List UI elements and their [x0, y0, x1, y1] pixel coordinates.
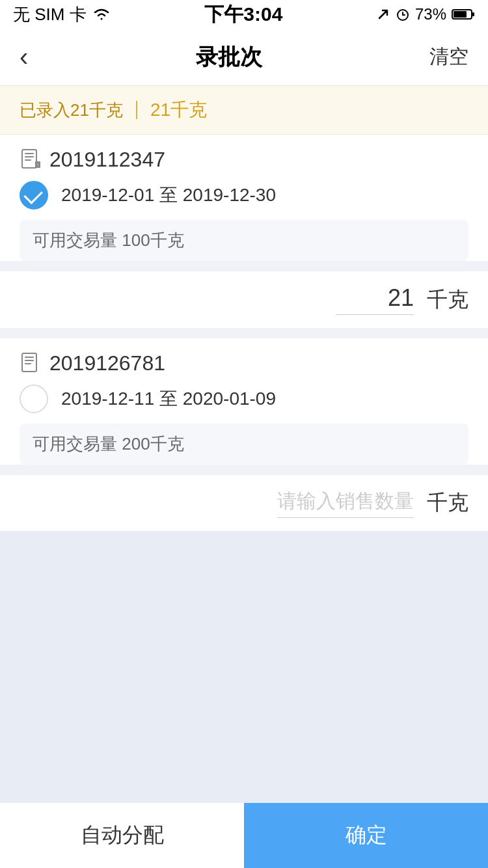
- alarm-icon: [396, 7, 410, 21]
- batch2-unit: 千克: [427, 489, 468, 517]
- status-right: 73%: [376, 5, 475, 23]
- batch1-radio[interactable]: [20, 181, 48, 210]
- svg-rect-12: [22, 353, 36, 372]
- sim-text: 无 SIM 卡: [13, 3, 87, 26]
- batch2-doc-icon: [20, 352, 43, 375]
- batch1-date-row[interactable]: 2019-12-01 至 2019-12-30: [20, 181, 468, 210]
- batch2-date: 2019-12-11 至 2020-01-09: [61, 387, 276, 411]
- batch2-qty-input[interactable]: 请输入销售数量: [277, 488, 414, 518]
- nav-bar: ‹ 录批次 清空: [0, 29, 488, 86]
- batch2-id: 2019126781: [49, 351, 165, 375]
- svg-rect-8: [25, 156, 34, 157]
- batch2-qty-placeholder: 请输入销售数量: [277, 490, 414, 511]
- batch2-available: 可用交易量 200千克: [20, 424, 468, 465]
- info-banner: 已录入21千克 21千克: [0, 86, 488, 135]
- svg-rect-14: [25, 360, 34, 361]
- batch1-id: 2019112347: [49, 148, 165, 172]
- batch1-available: 可用交易量 100千克: [20, 220, 468, 261]
- auto-distribute-button[interactable]: 自动分配: [0, 803, 244, 868]
- batch1-qty-display[interactable]: 21: [336, 284, 414, 315]
- svg-rect-6: [22, 150, 36, 168]
- svg-rect-5: [472, 12, 474, 16]
- svg-rect-13: [25, 357, 34, 358]
- batch1-header: ↑ 2019112347: [20, 148, 468, 172]
- section-divider: [0, 328, 488, 338]
- empty-area: [0, 531, 488, 817]
- status-left: 无 SIM 卡: [13, 3, 111, 26]
- batch1-qty-value: 21: [388, 284, 414, 311]
- batch-item-2: 2019126781 2019-12-11 至 2020-01-09 可用交易量…: [0, 338, 488, 465]
- batch-item-1: ↑ 2019112347 2019-12-01 至 2019-12-30 可用交…: [0, 135, 488, 261]
- batch2-header: 2019126781: [20, 351, 468, 375]
- info-divider: [136, 101, 137, 119]
- svg-rect-15: [25, 363, 31, 364]
- batch2-radio[interactable]: [20, 385, 48, 413]
- svg-rect-4: [454, 11, 467, 18]
- batch1-date: 2019-12-01 至 2019-12-30: [61, 183, 276, 208]
- svg-rect-7: [25, 153, 34, 154]
- svg-rect-9: [25, 159, 31, 161]
- clear-button[interactable]: 清空: [429, 44, 468, 70]
- batch1-unit: 千克: [427, 286, 468, 314]
- confirm-button[interactable]: 确定: [244, 803, 488, 868]
- back-button[interactable]: ‹: [20, 42, 28, 72]
- wifi-icon: [92, 7, 111, 21]
- batch1-doc-icon: ↑: [20, 148, 43, 172]
- status-bar: 无 SIM 卡 下午3:04 73%: [0, 0, 488, 29]
- content-area: ↑ 2019112347 2019-12-01 至 2019-12-30 可用交…: [0, 135, 488, 868]
- batch2-date-row[interactable]: 2019-12-11 至 2020-01-09: [20, 385, 468, 413]
- svg-text:↑: ↑: [36, 162, 39, 168]
- page-title: 录批次: [196, 42, 262, 72]
- batch1-qty-row[interactable]: 21 千克: [0, 271, 488, 328]
- battery-text: 73%: [415, 5, 446, 23]
- info-value: 21千克: [150, 98, 207, 122]
- battery-icon: [452, 8, 475, 20]
- info-label: 已录入21千克: [20, 99, 123, 122]
- batch2-qty-row[interactable]: 请输入销售数量 千克: [0, 475, 488, 531]
- bottom-bar: 自动分配 确定: [0, 803, 488, 868]
- location-icon: [376, 7, 390, 21]
- status-time: 下午3:04: [204, 1, 282, 28]
